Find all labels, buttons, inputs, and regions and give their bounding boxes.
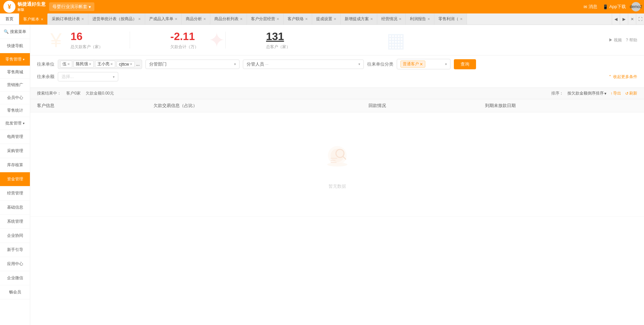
tab-customer-contact[interactable]: 客户联络 ✕ (284, 13, 312, 25)
nav-close-all-btn[interactable]: ✕ (628, 13, 636, 25)
tab-home-label: 首页 (5, 16, 13, 22)
tab-product-analysis-list-close[interactable]: ✕ (240, 17, 243, 21)
tab-business-overview-close[interactable]: ✕ (399, 17, 401, 21)
app-download-btn[interactable]: 📱 App下载 (603, 4, 626, 10)
refresh-btn[interactable]: ↺ 刷新 (625, 91, 637, 96)
sidebar-item-retail-mgmt-label: 零售管理 (5, 57, 22, 62)
tab-business-overview-label: 经营情况 (381, 16, 397, 22)
sidebar-item-member[interactable]: 会员中心 (0, 92, 30, 104)
sidebar-search[interactable]: 🔍 搜索菜单 (0, 25, 30, 39)
tab-product-analysis[interactable]: 商品分析 ✕ (182, 13, 210, 25)
sidebar-item-new-guide-label: 新手引导 (7, 247, 23, 252)
filter-balance-dropdown[interactable]: 选择... ▾ (58, 72, 118, 81)
filter-unit-type-label: 往来单位分类 (367, 61, 393, 67)
filter-tag-cjttcw-remove[interactable]: ✕ (130, 62, 132, 66)
sidebar-item-marketing[interactable]: 营销推广 (0, 79, 30, 92)
export-btn[interactable]: ↑ 导出 (610, 91, 621, 96)
tab-product-analysis-list-label: 商品分析列表 (214, 16, 239, 22)
tab-customer-contact-close[interactable]: ✕ (305, 17, 308, 21)
tab-customer-tier-close[interactable]: ✕ (276, 17, 279, 21)
sidebar-item-basic-info[interactable]: 基础信息 (0, 201, 30, 215)
stat-divider-2 (225, 32, 226, 48)
sidebar-item-retail-stats[interactable]: 零售统计 (0, 104, 30, 117)
sidebar-item-operations[interactable]: 经营管理 (0, 186, 30, 201)
stat-credit-customers-label: 总欠款客户（家） (71, 44, 103, 50)
sidebar-item-wholesale-mgmt[interactable]: 批发管理 ▾ (0, 117, 30, 130)
filter-unit-type-arrow: ▾ (445, 62, 447, 66)
tab-commission-setting-close[interactable]: ✕ (334, 17, 336, 21)
tab-customer-ledger[interactable]: 客户账本 ✕ (19, 13, 48, 25)
filter-tag-wang-remove[interactable]: ✕ (110, 62, 113, 66)
tab-product-inbound[interactable]: 产成品入库单 ✕ (145, 13, 182, 25)
sidebar-item-vip[interactable]: 畅会员 (0, 285, 30, 299)
logo: ¥ 畅捷通好生意 标版 (3, 1, 46, 13)
filter-person-dropdown[interactable]: 分管人员 ··· ▾ (243, 60, 364, 69)
sidebar-item-quick-nav[interactable]: 快捷导航 (0, 39, 30, 53)
svg-rect-5 (331, 158, 337, 159)
tab-purchase-order[interactable]: 采购订单统计表 ✕ (48, 13, 88, 25)
nav-expand-btn[interactable]: ⛶ (636, 13, 644, 25)
filter-unit-type-remove[interactable]: ✕ (420, 62, 423, 67)
filter-row-2: 往来余额 选择... ▾ ⌃ 收起更多条件 (37, 72, 637, 81)
nav-prev-btn[interactable]: ◀ (612, 13, 620, 25)
tab-customer-ledger-close[interactable]: ✕ (41, 17, 43, 21)
tab-retail-profit-close[interactable]: ✕ (460, 17, 463, 21)
avatar[interactable]: demo2 (631, 2, 641, 11)
sidebar-item-inventory[interactable]: 库存核算 (0, 158, 30, 172)
tab-add-commission[interactable]: 新增提成方案 ✕ (341, 13, 377, 25)
filter-collapse-btn[interactable]: ⌃ 收起更多条件 (608, 74, 637, 80)
sort-btn[interactable]: 按欠款金额倒序排序 ▾ (567, 91, 606, 96)
tab-commission-setting-label: 提成设置 (316, 16, 332, 22)
filter-unit-type-dropdown[interactable]: 普通客户 ✕ ▾ (397, 59, 450, 69)
sidebar-item-purchase[interactable]: 采购管理 (0, 144, 30, 158)
tab-retail-profit[interactable]: 零售利润（ ✕ (434, 13, 467, 25)
tab-commission-setting[interactable]: 提成设置 ✕ (312, 13, 341, 25)
tab-inbound-stats-close[interactable]: ✕ (138, 17, 141, 21)
app-name: 畅捷通好生意 (17, 1, 46, 7)
tab-purchase-order-close[interactable]: ✕ (81, 17, 84, 21)
tab-profit-report-close[interactable]: ✕ (427, 17, 430, 21)
filter-tag-chen[interactable]: 陈民强 ✕ (74, 61, 94, 68)
sidebar-item-ecommerce[interactable]: 电商管理 (0, 130, 30, 144)
tab-product-inbound-close[interactable]: ✕ (175, 17, 177, 21)
sidebar-item-basic-info-label: 基础信息 (7, 205, 23, 210)
filter-bar: 往来单位 伍 ✕ 陈民强 ✕ 王小亮 ✕ (30, 56, 644, 88)
message-btn[interactable]: ✉ 消息 (584, 4, 597, 10)
top-bar-right: ✉ 消息 📱 App下载 demo2 (584, 2, 641, 11)
tab-business-overview[interactable]: 经营情况 ✕ (377, 13, 406, 25)
filter-collapse-label: ⌃ 收起更多条件 (608, 74, 637, 80)
help-btn[interactable]: ? 帮助 (626, 37, 637, 43)
tab-product-analysis-list[interactable]: 商品分析列表 ✕ (210, 13, 247, 25)
sidebar-item-finance[interactable]: 资金管理 (0, 172, 30, 186)
sidebar-item-enterprise-collab[interactable]: 企业协同 (0, 229, 30, 243)
filter-tag-cjttcw[interactable]: cjttcw ✕ (117, 61, 135, 67)
stats-bar: ¥ ✦ ▦ 16 总欠款客户（家） -2.11 欠款合计（万） 131 总客户（… (30, 25, 644, 56)
sidebar-item-retail-mgmt[interactable]: 零售管理 ▾ (0, 53, 30, 66)
filter-tag-cjttcw-text: cjttcw (119, 62, 129, 67)
nav-next-btn[interactable]: ▶ (620, 13, 628, 25)
filter-tag-wu[interactable]: 伍 ✕ (60, 61, 72, 68)
sidebar-item-new-guide[interactable]: 新手引导 (0, 243, 30, 257)
filter-unit-type-selected-text: 普通客户 (403, 61, 419, 67)
sidebar-item-app-center[interactable]: 应用中心 (0, 257, 30, 271)
sidebar-item-retail-mall[interactable]: 零售商城 (0, 66, 30, 79)
account-selector[interactable]: 母婴行业演示帐套 ▾ (49, 2, 94, 11)
filter-tag-wu-remove[interactable]: ✕ (67, 62, 70, 66)
filter-dept-dropdown[interactable]: 分管部门 ▾ (145, 60, 240, 69)
tab-customer-tier[interactable]: 客户分层经营 ✕ (247, 13, 284, 25)
video-btn[interactable]: ▶ 视频 (609, 37, 622, 43)
sidebar-item-system-mgmt[interactable]: 系统管理 (0, 215, 30, 229)
tab-inbound-stats[interactable]: 进货单统计表（按商品） ✕ (88, 13, 145, 25)
tab-home[interactable]: 首页 (0, 13, 19, 25)
filter-tag-wang[interactable]: 王小亮 ✕ (95, 61, 115, 68)
tab-customer-contact-label: 客户联络 (288, 16, 304, 22)
filter-tags-more[interactable]: ... (136, 62, 140, 67)
tab-product-analysis-close[interactable]: ✕ (203, 17, 206, 21)
sidebar-item-enterprise-wechat[interactable]: 企业微信 (0, 271, 30, 285)
tab-add-commission-close[interactable]: ✕ (370, 17, 373, 21)
stat-bg-icon-2: ✦ (208, 28, 225, 52)
filter-tag-chen-remove[interactable]: ✕ (89, 62, 91, 66)
tab-profit-report[interactable]: 利润报告 ✕ (406, 13, 434, 25)
video-icon: ▶ (609, 38, 613, 42)
query-button[interactable]: 查询 (454, 59, 476, 69)
